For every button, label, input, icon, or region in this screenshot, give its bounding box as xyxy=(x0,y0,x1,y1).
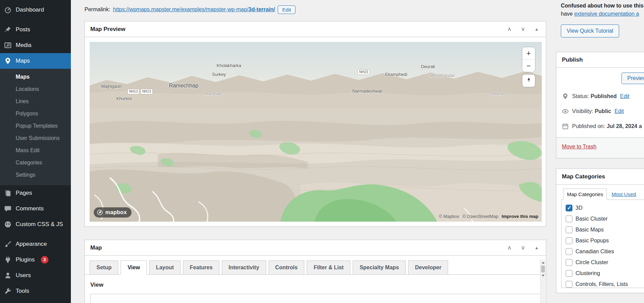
preview-button[interactable]: Preview xyxy=(622,73,644,84)
permalink-label: Permalink: xyxy=(85,6,110,13)
tab-setup[interactable]: Setup xyxy=(90,260,118,275)
sidebar-item-label: Plugins xyxy=(16,256,35,263)
status-text: Status: Published xyxy=(572,93,617,99)
tab-map-categories[interactable]: Map Categories xyxy=(563,189,607,200)
view-quick-tutorial-button[interactable]: View Quick Tutorial xyxy=(561,25,619,37)
plugins-icon xyxy=(4,256,12,264)
terrain-graphic xyxy=(90,42,542,222)
dashboard-icon xyxy=(4,6,12,14)
sidebar-item-maps[interactable]: Maps xyxy=(0,53,71,69)
tab-controls[interactable]: Controls xyxy=(269,260,305,275)
tab-specialty-maps[interactable]: Specialty Maps xyxy=(353,260,406,275)
category-item[interactable]: Canadian Cities xyxy=(566,246,644,257)
category-item[interactable]: Basic Cluster xyxy=(566,213,644,224)
sidebar-item-pages[interactable]: Pages xyxy=(0,185,71,201)
zoom-in-button[interactable]: + xyxy=(522,47,535,60)
comments-icon xyxy=(4,205,12,212)
submenu-item-categories[interactable]: Categories xyxy=(0,157,71,169)
category-checkbox[interactable] xyxy=(566,226,572,233)
osm-attribution-link[interactable]: © OpenStreetMap xyxy=(462,214,498,219)
plugins-update-badge: 3 xyxy=(41,256,48,264)
sidebar-item-comments[interactable]: Comments xyxy=(0,201,71,217)
improve-map-link[interactable]: Improve this map xyxy=(502,214,538,219)
visibility-row: Visibility: Public Edit xyxy=(556,104,644,119)
panel-scrollbar[interactable] xyxy=(540,260,546,303)
sidebar-item-posts[interactable]: Posts xyxy=(0,22,71,37)
edit-status-link[interactable]: Edit xyxy=(620,93,630,99)
tab-features[interactable]: Features xyxy=(183,260,219,275)
category-checkbox[interactable] xyxy=(566,281,572,288)
sidebar-item-label: Comments xyxy=(16,205,44,212)
submenu-item-locations[interactable]: Locations xyxy=(0,83,71,95)
sidebar-item-dashboard[interactable]: Dashboard xyxy=(0,2,71,18)
category-item[interactable]: Clustering xyxy=(566,268,644,279)
submenu-item-mass-edit[interactable]: Mass Edit xyxy=(0,144,71,157)
scrollbar-thumb[interactable] xyxy=(541,266,545,272)
sidebar-item-custom-css-js[interactable]: Custom CSS & JS xyxy=(0,217,71,232)
move-down-icon[interactable]: ∨ xyxy=(517,242,529,254)
category-checkbox[interactable] xyxy=(566,205,572,211)
mapbox-mark-icon xyxy=(97,209,103,216)
calendar-icon xyxy=(562,123,569,130)
category-checkbox[interactable] xyxy=(566,259,572,266)
media-icon xyxy=(4,42,12,49)
permalink-link[interactable]: https://wpmaps.mapster.me/examples/mapst… xyxy=(113,6,275,13)
submenu-item-maps[interactable]: Maps xyxy=(0,71,71,83)
submenu-item-settings[interactable]: Settings xyxy=(0,169,71,181)
permalink-edit-button[interactable]: Edit xyxy=(278,5,295,14)
category-item[interactable]: Basic Popups xyxy=(566,235,644,246)
eye-icon xyxy=(562,108,569,115)
map-categories-title: Map Categories xyxy=(562,173,605,180)
submenu-item-polygons[interactable]: Polygons xyxy=(0,108,71,120)
map-categories-header: Map Categories xyxy=(556,169,644,185)
category-item[interactable]: Controls, Filters, Lists xyxy=(566,279,644,288)
category-checkbox[interactable] xyxy=(566,237,572,244)
move-up-icon[interactable]: ∧ xyxy=(504,242,515,254)
documentation-link[interactable]: extensive documentation a xyxy=(574,11,639,17)
move-to-trash-link[interactable]: Move to Trash xyxy=(562,144,596,149)
scroll-down-icon[interactable] xyxy=(540,273,546,278)
category-checkbox[interactable] xyxy=(566,270,572,277)
maps-submenu: Maps Locations Lines Polygons Popup Temp… xyxy=(0,69,71,185)
zoom-out-button[interactable]: − xyxy=(522,60,535,72)
map-preview-panel: Map Preview ∧ ∨ ▲ xyxy=(85,21,546,227)
sidebar-item-appearance[interactable]: Appearance xyxy=(0,236,71,252)
category-checkbox[interactable] xyxy=(566,248,572,255)
map-settings-header: Map ∧ ∨ ▲ xyxy=(85,240,546,256)
tools-icon xyxy=(4,287,12,295)
map-settings-panel: Map ∧ ∨ ▲ Setup View Layout Features Int… xyxy=(85,240,546,303)
mapbox-attribution-link[interactable]: © Mapbox xyxy=(439,214,459,219)
sidebar-item-media[interactable]: Media xyxy=(0,37,71,53)
tab-most-used[interactable]: Most Used xyxy=(608,189,640,200)
tab-interactivity[interactable]: Interactivity xyxy=(222,260,266,275)
submenu-item-popup-templates[interactable]: Popup Templates xyxy=(0,120,71,132)
tab-view[interactable]: View xyxy=(121,260,147,275)
edit-visibility-link[interactable]: Edit xyxy=(614,108,624,114)
sidebar-item-plugins[interactable]: Plugins 3 xyxy=(0,252,71,268)
category-item[interactable]: Circle Cluster xyxy=(566,257,644,268)
sidebar-item-tools[interactable]: Tools xyxy=(0,283,71,299)
submenu-item-lines[interactable]: Lines xyxy=(0,95,71,108)
tab-filter-list[interactable]: Filter & List xyxy=(307,260,350,275)
mapbox-logo[interactable]: mapbox xyxy=(94,207,132,218)
move-up-icon[interactable]: ∧ xyxy=(504,23,515,35)
map-navigation-control: + − xyxy=(522,47,535,87)
collapse-toggle-icon[interactable]: ▲ xyxy=(531,242,542,254)
help-note-line1: Confused about how to use this xyxy=(561,3,644,9)
category-item[interactable]: 3D xyxy=(566,203,644,213)
sidebar-item-users[interactable]: Users xyxy=(0,268,71,283)
tab-layout[interactable]: Layout xyxy=(149,260,181,275)
category-item[interactable]: Basic Maps xyxy=(566,224,644,235)
scroll-up-icon[interactable] xyxy=(540,260,546,265)
map-canvas[interactable]: Kholakharka Surkey Deurali Tallo Bhandar… xyxy=(90,42,542,222)
collapse-toggle-icon[interactable]: ▲ xyxy=(531,23,542,35)
move-down-icon[interactable]: ∨ xyxy=(517,23,529,35)
category-checkbox[interactable] xyxy=(566,216,572,222)
published-on-row: Published on: Jul 28, 2024 a xyxy=(556,119,644,134)
sidebar-item-label: Posts xyxy=(16,26,30,33)
menu-separator xyxy=(0,232,71,236)
map-pin-icon xyxy=(4,57,12,65)
compass-button[interactable] xyxy=(522,75,535,87)
tab-developer[interactable]: Developer xyxy=(408,260,448,275)
submenu-item-user-submissions[interactable]: User Submissions xyxy=(0,132,71,144)
